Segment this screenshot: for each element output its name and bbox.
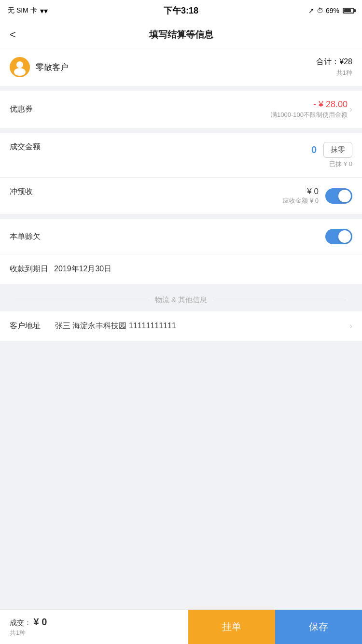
customer-info: 零散客户 — [10, 57, 69, 77]
coupon-label: 优惠券 — [10, 104, 33, 114]
total-amount: 合计：¥28 — [316, 57, 352, 67]
due-date-label: 收款到期日 — [10, 264, 48, 274]
svg-point-1 — [14, 68, 26, 76]
address-row[interactable]: 客户地址 张三 海淀永丰科技园 11111111111 › — [0, 311, 362, 341]
prepayment-row: 冲预收 ¥ 0 应收金额 ¥ 0 — [0, 178, 362, 214]
status-left: 无 SIM 卡 ▾▾ — [8, 6, 48, 15]
deal-label: 成交： — [10, 618, 31, 627]
logistics-label: 物流 & 其他信息 — [155, 295, 207, 305]
svg-point-0 — [16, 61, 23, 68]
debit-section: 本单赊欠 收款到期日 2019年12月30日 — [0, 219, 362, 284]
coupon-row[interactable]: 优惠券 - ¥ 28.00 满1000-100不限制使用金额 › — [0, 91, 362, 128]
alarm-icon: ⏱ — [317, 7, 323, 14]
deal-amount: ¥ 0 — [33, 616, 47, 627]
bottom-bar: 成交： ¥ 0 共1种 挂单 保存 — [0, 609, 362, 644]
debit-toggle[interactable] — [325, 229, 352, 244]
carrier-text: 无 SIM 卡 — [8, 6, 37, 15]
coupon-sub: 满1000-100不限制使用金额 — [271, 111, 348, 119]
battery-text: 69% — [326, 7, 339, 14]
debit-toggle-knob — [338, 230, 351, 243]
customer-row: 零散客户 合计：¥28 共1种 — [0, 48, 362, 86]
status-bar: 无 SIM 卡 ▾▾ 下午3:18 ↗ ⏱ 69% — [0, 0, 362, 21]
nav-bar: < 填写结算等信息 — [0, 21, 362, 48]
amount-row: 成交金额 0 抹零 已抹 ¥ 0 — [0, 133, 362, 178]
address-section: 客户地址 张三 海淀永丰科技园 11111111111 › — [0, 311, 362, 341]
amount-label: 成交金额 — [10, 142, 41, 152]
save-button[interactable]: 保存 — [275, 610, 362, 644]
toggle-knob — [338, 190, 351, 202]
amount-value: 0 — [311, 144, 317, 155]
location-icon: ↗ — [308, 7, 314, 14]
bottom-left: 成交： ¥ 0 共1种 — [0, 616, 188, 637]
logistics-header: 物流 & 其他信息 — [0, 289, 362, 311]
status-right: ↗ ⏱ 69% — [308, 7, 354, 14]
due-date-row: 收款到期日 2019年12月30日 — [0, 254, 362, 284]
debit-label: 本单赊欠 — [10, 232, 41, 242]
prepayment-toggle[interactable] — [325, 188, 352, 204]
round-button[interactable]: 抹零 — [323, 142, 352, 158]
coupon-right: - ¥ 28.00 满1000-100不限制使用金额 › — [271, 99, 352, 119]
customer-name: 零散客户 — [36, 62, 69, 73]
customer-total-section: 合计：¥28 共1种 — [316, 57, 352, 77]
total-count: 共1种 — [316, 69, 352, 77]
address-label: 客户地址 — [10, 321, 41, 331]
coupon-discount: - ¥ 28.00 — [271, 99, 348, 110]
prepayment-amount: ¥ 0 — [283, 187, 319, 196]
wifi-icon: ▾▾ — [40, 6, 48, 15]
debit-row: 本单赊欠 — [0, 219, 362, 254]
address-chevron-icon: › — [349, 321, 352, 331]
content: 零散客户 合计：¥28 共1种 优惠券 - ¥ 28.00 满1000-100不… — [0, 48, 362, 384]
address-value: 张三 海淀永丰科技园 11111111111 — [55, 321, 343, 331]
prepayment-right: ¥ 0 应收金额 ¥ 0 — [283, 187, 352, 205]
coupon-section: 优惠券 - ¥ 28.00 满1000-100不限制使用金额 › — [0, 91, 362, 128]
status-time: 下午3:18 — [164, 5, 198, 16]
coupon-values: - ¥ 28.00 满1000-100不限制使用金额 — [271, 99, 348, 119]
bottom-count: 共1种 — [10, 629, 179, 637]
due-date-value[interactable]: 2019年12月30日 — [54, 264, 111, 274]
transaction-section: 成交金额 0 抹零 已抹 ¥ 0 冲预收 ¥ 0 应收金额 ¥ 0 — [0, 133, 362, 214]
prepayment-label: 冲预收 — [10, 187, 33, 197]
page-title: 填写结算等信息 — [149, 28, 213, 41]
hold-button[interactable]: 挂单 — [188, 610, 275, 644]
battery-icon — [343, 8, 354, 14]
back-button[interactable]: < — [10, 27, 20, 43]
avatar — [10, 57, 30, 77]
amount-right: 0 抹零 — [311, 142, 352, 158]
amount-sub: 已抹 ¥ 0 — [10, 160, 352, 168]
chevron-right-icon: › — [349, 104, 352, 114]
prepayment-values: ¥ 0 应收金额 ¥ 0 — [283, 187, 319, 205]
prepayment-sub: 应收金额 ¥ 0 — [283, 196, 319, 205]
